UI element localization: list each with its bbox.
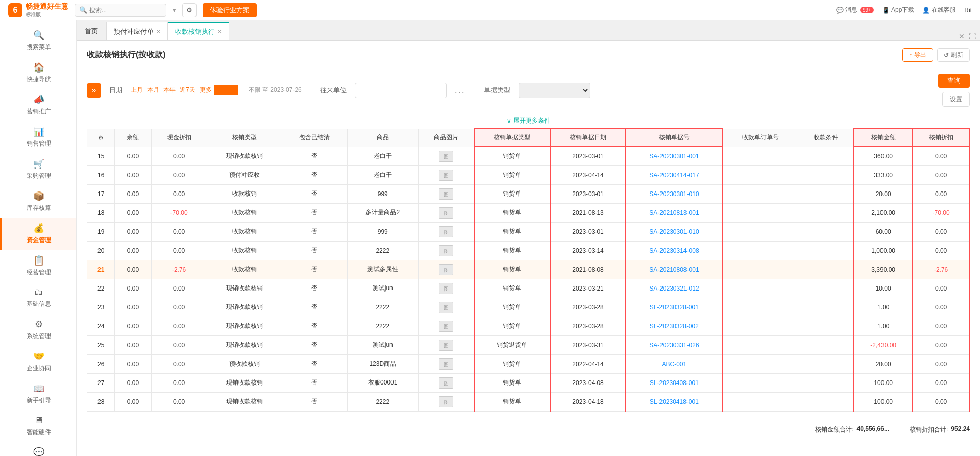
date-this-year[interactable]: 本年 [163, 86, 176, 94]
sidebar-item-hardware[interactable]: 🖥 智能硬件 [0, 410, 76, 442]
partner-input[interactable] [355, 83, 447, 98]
date-7days[interactable]: 近7天 [180, 86, 195, 94]
cell-collection-order-no [722, 373, 798, 392]
sidebar-item-enterprise[interactable]: 🤝 企业协同 [0, 346, 76, 378]
refresh-button[interactable]: ↺ 刷新 [937, 48, 970, 62]
cell-collection-order-no [722, 317, 798, 335]
single-type-select[interactable] [519, 83, 590, 98]
verify-bill-no-link[interactable]: SA-20230301-010 [649, 228, 699, 235]
verify-bill-no-link[interactable]: SA-20230301-010 [649, 190, 699, 198]
date-this-month[interactable]: 本月 [147, 86, 159, 94]
cell-verify-bill-no[interactable]: SA-20230414-017 [626, 165, 722, 184]
sidebar-item-sales[interactable]: 📊 销售管理 [0, 121, 76, 153]
verify-bill-no-link[interactable]: SA-20230414-017 [649, 172, 699, 179]
verify-bill-no-link[interactable]: SL-20230418-001 [650, 398, 699, 405]
top-bar: 6 畅捷通好生意 标准版 🔍 ▾ ⚙ 休验行业方案 💬 消息 99+ 📱 App… [0, 0, 980, 20]
sidebar-label-quicknav: 快捷导航 [27, 75, 51, 84]
cell-no: 17 [87, 184, 115, 203]
page-container: 收款核销执行(按收款) ↑ 导出 ↺ 刷新 [77, 41, 980, 456]
cell-no: 15 [87, 147, 115, 165]
tab-prepay[interactable]: 预付冲应付单 × [107, 22, 168, 40]
col-header-settings[interactable]: ⚙ [87, 129, 115, 147]
messages-button[interactable]: 💬 消息 99+ [836, 6, 874, 14]
cell-product-img: 图 [418, 203, 474, 222]
sidebar-item-inventory[interactable]: 📦 库存核算 [0, 185, 76, 218]
cell-verify-bill-no[interactable]: SA-20230301-010 [626, 184, 722, 203]
cell-verify-bill-no[interactable]: SL-20230418-001 [626, 392, 722, 411]
online-service-button[interactable]: 👤 在线客服 [922, 6, 956, 14]
expand-more-button[interactable]: ∨ 展开更多条件 [507, 116, 550, 125]
verify-bill-no-link[interactable]: SA-20230301-001 [649, 153, 699, 160]
date-range-text: 不限 至 2023-07-26 [249, 86, 302, 94]
cell-verify-bill-date: 2021-08-13 [550, 203, 626, 222]
verify-bill-no-link[interactable]: SL-20230328-001 [650, 304, 699, 311]
sidebar-item-marketing[interactable]: 📣 营销推广 [0, 89, 76, 121]
industry-solution-button[interactable]: 休验行业方案 [203, 3, 257, 17]
cell-verify-bill-no[interactable]: SA-20210808-001 [626, 260, 722, 279]
cell-verify-bill-no[interactable]: SL-20230328-002 [626, 317, 722, 335]
tab-close-all-icon[interactable]: ✕ [959, 32, 965, 40]
tab-collection[interactable]: 收款核销执行 × [168, 22, 229, 40]
date-last-month[interactable]: 上月 [131, 86, 143, 94]
product-img-thumb: 图 [439, 151, 453, 162]
sidebar-item-finance[interactable]: 💰 资金管理 [0, 218, 76, 250]
col-header-verify-bill-type: 核销单据类型 [474, 129, 550, 147]
cell-include-settled: 否 [282, 147, 347, 165]
app-download-button[interactable]: 📱 App下载 [882, 6, 914, 14]
sidebar-item-basic[interactable]: 🗂 基础信息 [0, 282, 76, 314]
tab-home[interactable]: 首页 [77, 22, 107, 40]
cell-include-settled: 否 [282, 222, 347, 241]
cell-verify-bill-no[interactable]: SA-20230331-026 [626, 335, 722, 354]
cell-collection-order-no [722, 354, 798, 373]
verify-bill-no-link[interactable]: SL-20230328-002 [650, 323, 699, 330]
cell-verify-bill-no[interactable]: SA-20210813-001 [626, 203, 722, 222]
column-settings-icon[interactable]: ⚙ [98, 134, 104, 141]
cell-verify-bill-no[interactable]: SA-20230314-008 [626, 241, 722, 260]
tab-collection-close-icon[interactable]: × [218, 28, 222, 35]
verify-bill-no-link[interactable]: SA-20210808-001 [649, 266, 699, 273]
tab-collection-label: 收款核销执行 [175, 27, 215, 36]
verify-bill-no-link[interactable]: SA-20230314-008 [649, 247, 699, 254]
cell-product: 123D商品 [347, 354, 418, 373]
sidebar-item-search[interactable]: 🔍 搜索菜单 [0, 25, 76, 57]
cell-verify-bill-no[interactable]: SA-20230301-001 [626, 147, 722, 165]
sidebar-item-wechat[interactable]: 💬 企业微信 [0, 442, 76, 456]
cell-verify-bill-no[interactable]: SL-20230408-001 [626, 373, 722, 392]
cell-balance: 0.00 [115, 165, 151, 184]
sidebar-item-operations[interactable]: 📋 经营管理 [0, 250, 76, 282]
partner-dots[interactable]: ... [455, 85, 465, 95]
verify-bill-no-link[interactable]: SA-20230331-026 [649, 342, 699, 349]
verify-bill-no-link[interactable]: SA-20230321-012 [649, 285, 699, 292]
dropdown-chevron-icon[interactable]: ▾ [173, 6, 176, 14]
settings-gear-button[interactable]: ⚙ [182, 3, 197, 17]
home-icon: 🏠 [33, 62, 44, 73]
search-input[interactable] [89, 7, 162, 14]
cell-verify-bill-no[interactable]: SA-20230301-010 [626, 222, 722, 241]
table-row: 22 0.00 0.00 现销收款核销 否 测试jun 图 销货单 2023-0… [87, 279, 970, 298]
sidebar-item-purchase[interactable]: 🛒 采购管理 [0, 153, 76, 185]
col-header-include-settled: 包含已结清 [282, 129, 347, 147]
date-custom-button[interactable]: 自定义 [214, 85, 238, 95]
verify-bill-no-link[interactable]: SL-20230408-001 [650, 379, 699, 387]
sidebar-label-purchase: 采购管理 [27, 172, 51, 180]
query-button[interactable]: 查询 [938, 74, 970, 88]
sidebar-label-finance: 资金管理 [27, 236, 51, 245]
sidebar-item-guide[interactable]: 📖 新手引导 [0, 378, 76, 410]
sidebar-item-quicknav[interactable]: 🏠 快捷导航 [0, 57, 76, 89]
setting-button[interactable]: 设置 [942, 92, 970, 107]
verify-bill-no-link[interactable]: ABC-001 [662, 361, 687, 368]
filter-toggle-button[interactable]: » [87, 83, 101, 98]
top-search-bar[interactable]: 🔍 [75, 4, 166, 17]
export-button[interactable]: ↑ 导出 [902, 48, 933, 62]
cell-collection-order-no [722, 241, 798, 260]
cell-balance: 0.00 [115, 298, 151, 317]
cell-verify-bill-no[interactable]: SL-20230328-001 [626, 298, 722, 317]
cell-verify-bill-no[interactable]: SA-20230321-012 [626, 279, 722, 298]
tab-fullscreen-icon[interactable]: ⛶ [969, 32, 976, 40]
total-discount-item: 核销折扣合计: 952.24 [910, 425, 970, 434]
verify-bill-no-link[interactable]: SA-20210813-001 [649, 209, 699, 217]
date-more[interactable]: 更多 [200, 86, 212, 94]
tab-prepay-close-icon[interactable]: × [157, 28, 160, 35]
sidebar-item-system[interactable]: ⚙ 系统管理 [0, 314, 76, 346]
cell-verify-bill-no[interactable]: ABC-001 [626, 354, 722, 373]
